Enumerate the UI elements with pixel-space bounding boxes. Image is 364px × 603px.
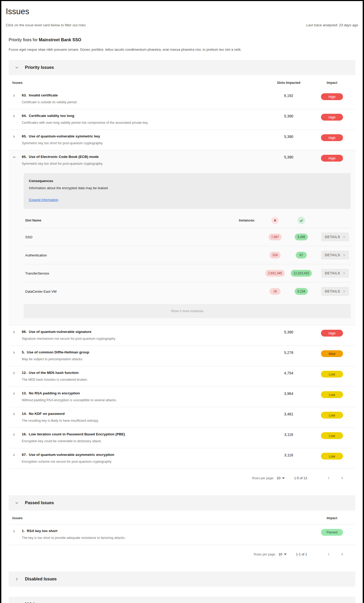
issue-description: Encryption scheme not secure for post-qu…	[22, 460, 265, 465]
page-subtitle: Click on the issue level card below to f…	[6, 23, 86, 27]
impact-badge: High	[321, 330, 343, 337]
priority-column-headers: Issues Slots Impacted Impact	[9, 75, 355, 89]
issue-row[interactable]: 67.Use of quantum-vulnerable asymmetric …	[9, 448, 355, 469]
next-page-button[interactable]	[339, 551, 345, 557]
consequences-panel: Consequences Information about the encry…	[24, 173, 351, 209]
chevron-right-icon[interactable]	[14, 602, 19, 603]
expand-information-link[interactable]: Expand information	[29, 198, 58, 202]
show-more-instances-button[interactable]: Show # more instances	[24, 304, 351, 318]
chevron-right-icon[interactable]	[12, 114, 22, 118]
chevron-right-icon	[343, 235, 345, 239]
issue-row[interactable]: 12.Use of the MD5 hash function The MD5 …	[9, 366, 355, 387]
chevron-right-icon[interactable]	[12, 529, 22, 533]
issue-row[interactable]: 64.Certificate validity too long Certifi…	[9, 109, 355, 130]
chevron-right-icon[interactable]	[12, 371, 22, 375]
issue-row[interactable]: 1.RSA key too short The key is too short…	[9, 524, 355, 545]
chevron-right-icon	[340, 552, 344, 556]
issue-row[interactable]: 66.Use of quantum-vulnerable signature S…	[9, 325, 355, 346]
chevron-right-icon[interactable]	[12, 330, 22, 334]
details-button[interactable]: DETAILS	[321, 233, 349, 241]
slot-row: SSO Instances: 7,867 3,456 DETAILS	[24, 228, 351, 246]
issue-number: 67.	[22, 453, 27, 457]
chevron-right-icon[interactable]	[12, 412, 22, 416]
chevron-right-icon[interactable]	[12, 350, 22, 354]
details-button[interactable]: DETAILS	[321, 269, 349, 278]
chevron-right-icon	[340, 476, 344, 480]
issue-title: 67.Use of quantum-vulnerable asymmetric …	[22, 453, 265, 457]
issue-title: 12.Use of the MD5 hash function	[22, 371, 265, 375]
pass-check-icon	[298, 217, 305, 224]
chevron-right-icon[interactable]	[14, 577, 19, 581]
issue-name: Use of the MD5 hash function	[29, 371, 79, 375]
impact-badge: High	[321, 134, 343, 141]
issue-name: Low iteration count in Password Based En…	[29, 432, 125, 436]
issue-description: Certificates with over-long validity per…	[22, 121, 265, 126]
issue-number: 1.	[22, 529, 25, 533]
rows-per-page-select[interactable]: 10	[277, 476, 284, 480]
chevron-right-icon[interactable]	[12, 432, 22, 436]
subtitle-row: Click on the issue level card below to f…	[6, 23, 358, 27]
issue-title: 5.Use of common Diffie-Hellman group	[22, 350, 265, 354]
priority-issues-header[interactable]: Priority Issues	[9, 60, 355, 75]
na-issues-header[interactable]: N/A Issues	[9, 597, 355, 603]
issue-number: 16.	[22, 432, 27, 436]
issue-number: 14.	[22, 412, 27, 416]
issue-row[interactable]: 5.Use of common Diffie-Hellman group May…	[9, 346, 355, 366]
intro-paragraph: Fusce eget neque vitae nibh posuere orna…	[9, 48, 355, 51]
issue-row-expanded[interactable]: 65.Use of Electronic Code Book (ECB) mod…	[9, 150, 355, 171]
section-title: Disabled Issues	[25, 577, 57, 581]
issue-name: Use of quantum-vulnerable symmetric key	[29, 134, 100, 138]
issue-title: 63.Invalid certificate	[22, 93, 265, 97]
previous-page-button[interactable]	[326, 475, 331, 481]
chevron-right-icon[interactable]	[12, 93, 22, 97]
issue-title: 13.No RSA padding in encryption	[22, 391, 265, 395]
issue-number: 12.	[22, 371, 27, 375]
slots-impacted-value: 3,964	[265, 391, 312, 396]
details-button[interactable]: DETAILS	[321, 251, 349, 260]
issue-row[interactable]: 13.No RSA padding in encryption Without …	[9, 387, 355, 407]
passed-column-headers: Issues Impact	[9, 511, 355, 524]
issue-name: Certificate validity too long	[29, 114, 74, 118]
issue-row[interactable]: 16.Low iteration count in Password Based…	[9, 428, 355, 448]
issue-row[interactable]: 63.Invalid certificate Certificate is ou…	[9, 89, 355, 109]
pass-count-pill: 67	[296, 252, 307, 259]
issue-title: 65.Use of Electronic Code Book (ECB) mod…	[22, 155, 265, 159]
issue-title: 66.Use of quantum-vulnerable signature	[22, 330, 265, 334]
chevron-right-icon[interactable]	[12, 453, 22, 457]
column-header-slots-impacted: Slots Impacted	[265, 81, 312, 85]
issue-name: Invalid certificate	[29, 93, 58, 97]
rows-per-page-select[interactable]: 10	[278, 552, 286, 556]
issue-description: May be subject to precomputation attacks…	[22, 357, 265, 362]
chevron-down-icon[interactable]	[14, 501, 19, 505]
chevron-down-icon[interactable]	[14, 65, 19, 70]
impact-badge: Low	[321, 453, 343, 460]
slots-impacted-value: 5,390	[265, 114, 312, 118]
disabled-issues-section: Disabled Issues	[9, 571, 355, 587]
passed-issues-section: Passed Issues Issues Impact 1.RSA key to…	[9, 495, 355, 561]
page-title: Issues	[6, 7, 358, 16]
issue-row[interactable]: 14.No KDF on password The resulting key …	[9, 407, 355, 428]
issue-number: 65.	[22, 155, 27, 159]
previous-page-button[interactable]	[326, 551, 331, 557]
next-page-button[interactable]	[339, 475, 345, 481]
last-trace-analyzed: Last trace analyzed: 23 days ago	[306, 23, 358, 27]
passed-issues-header[interactable]: Passed Issues	[9, 495, 355, 511]
impact-badge: Low	[321, 371, 343, 378]
issue-number: 63.	[22, 93, 27, 97]
impact-badge: Low	[321, 391, 343, 398]
details-button[interactable]: DETAILS	[321, 287, 349, 296]
chevron-right-icon[interactable]	[12, 134, 22, 138]
issue-description: Without padding RSA encryption is suscep…	[22, 398, 265, 403]
chevron-down-icon[interactable]	[12, 155, 22, 159]
chevron-right-icon[interactable]	[12, 391, 22, 395]
fail-x-icon	[271, 217, 279, 224]
issue-title: 65.Use of quantum-vulnerable symmetric k…	[22, 134, 265, 138]
issue-row[interactable]: 65.Use of quantum-vulnerable symmetric k…	[9, 130, 355, 150]
priority-fixes-heading: Priority fixes for Mainstreet Bank SSO	[9, 38, 355, 42]
issue-number: 66.	[22, 330, 27, 334]
disabled-issues-header[interactable]: Disabled Issues	[9, 571, 355, 587]
issue-number: 5.	[22, 350, 25, 354]
issue-name: Use of common Diffie-Hellman group	[27, 350, 89, 354]
impact-badge: High	[321, 155, 343, 162]
fail-count-pill: 16	[270, 288, 281, 295]
